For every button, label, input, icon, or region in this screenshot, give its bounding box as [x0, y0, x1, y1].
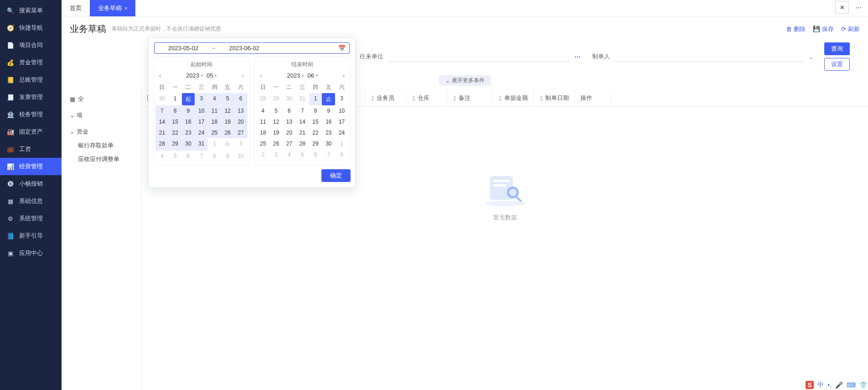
sidebar-item-3[interactable]: 💰资金管理	[0, 54, 62, 71]
next-month-icon[interactable]: ›	[240, 71, 245, 80]
sidebar-item-11[interactable]: ▦基础信息	[0, 192, 62, 210]
sidebar-item-7[interactable]: 🏭固定资产	[0, 123, 62, 140]
calendar-day[interactable]: 17	[335, 116, 348, 127]
calendar-day[interactable]: 22	[309, 127, 322, 138]
date-confirm-button[interactable]: 确定	[321, 169, 351, 182]
calendar-day[interactable]: 5	[296, 149, 309, 160]
calendar-day[interactable]: 4	[155, 151, 169, 161]
calendar-day[interactable]: 21	[296, 127, 309, 138]
calendar-day[interactable]: 15	[309, 116, 322, 127]
date-start-input[interactable]	[158, 45, 208, 52]
calendar-day[interactable]: 29	[169, 138, 182, 151]
calendar-day[interactable]: 10	[335, 105, 348, 116]
query-button[interactable]: 查询	[824, 42, 850, 55]
calendar-day[interactable]: 28	[296, 138, 309, 149]
sort-icon[interactable]: ▲▼	[371, 94, 375, 102]
calendar-day[interactable]: 30	[322, 138, 335, 149]
calendar-day[interactable]: 17	[195, 116, 208, 127]
calendar-day[interactable]: 20	[283, 127, 296, 138]
tab-home[interactable]: 首页	[62, 0, 90, 16]
calendar-day[interactable]: 19	[221, 116, 234, 127]
calendar-day[interactable]: 29	[309, 138, 322, 149]
calendar-day[interactable]: 25	[257, 138, 270, 149]
sort-icon[interactable]: ▲▼	[498, 94, 502, 102]
calendar-day[interactable]: 3	[195, 93, 208, 105]
calendar-day[interactable]: 止	[322, 93, 335, 105]
next-month-icon[interactable]: ›	[341, 71, 346, 80]
calendar-day[interactable]: 11	[208, 105, 221, 116]
calendar-day[interactable]: 6	[234, 93, 248, 105]
shirt-icon[interactable]: 👕	[859, 381, 867, 389]
refresh-button[interactable]: ⟳ 刷新	[841, 25, 860, 33]
calendar-day[interactable]: 8	[208, 151, 221, 161]
calendar-day[interactable]: 14	[155, 116, 169, 127]
calendar-day[interactable]: 8	[335, 149, 348, 160]
left-group-0[interactable]: ⌄ 项	[70, 111, 141, 120]
sort-icon[interactable]: ▲▼	[412, 94, 416, 102]
column-3[interactable]: ▲▼业务员	[365, 89, 406, 106]
sidebar-item-9[interactable]: 📊经营管理	[0, 158, 62, 175]
calendar-day[interactable]: 24	[335, 127, 348, 138]
keyboard-icon[interactable]: ⌨	[847, 381, 856, 389]
column-5[interactable]: ▲▼备注	[447, 89, 493, 106]
sidebar-item-5[interactable]: 🧾发票管理	[0, 88, 62, 106]
calendar-day[interactable]: 27	[283, 138, 296, 149]
left-all[interactable]: ▦ 全	[70, 95, 141, 103]
delete-button[interactable]: 🗑 删除	[786, 25, 806, 33]
sort-icon[interactable]: ▲▼	[539, 94, 543, 102]
ime-lang[interactable]: 中	[817, 381, 824, 389]
mic-icon[interactable]: 🎤	[835, 381, 843, 389]
calendar-day[interactable]: 10	[195, 105, 208, 116]
calendar-day[interactable]: 6	[309, 149, 322, 160]
calendar-day[interactable]: 26	[269, 138, 283, 149]
calendar-day[interactable]: 3	[234, 138, 248, 151]
partner-picker-icon[interactable]: ⋯	[574, 53, 581, 60]
save-button[interactable]: 💾 保存	[813, 25, 834, 33]
calendar-day[interactable]: 1	[309, 93, 322, 105]
calendar-day[interactable]: 10	[234, 151, 248, 161]
calendar-day[interactable]: 13	[283, 116, 296, 127]
calendar-day[interactable]: 4	[208, 93, 221, 105]
calendar-day[interactable]: 1	[169, 93, 182, 105]
calendar-day[interactable]: 27	[234, 127, 248, 138]
left-item-1-1[interactable]: 应收应付调整单	[70, 152, 141, 166]
calendar-day[interactable]: 16	[182, 116, 195, 127]
calendar-day[interactable]: 2	[257, 149, 270, 160]
settings-button[interactable]: 设置	[824, 58, 850, 71]
calendar-day[interactable]: 30	[155, 93, 169, 105]
month-select[interactable]: 05▾	[207, 72, 217, 79]
month-select[interactable]: 06▾	[307, 72, 317, 79]
partner-input[interactable]	[388, 51, 570, 62]
calendar-day[interactable]: 1	[208, 138, 221, 151]
column-7[interactable]: ▲▼制单日期	[534, 89, 575, 106]
left-group-1[interactable]: ⌄ 资金	[70, 128, 141, 136]
sidebar-item-1[interactable]: 🧭快捷导航	[0, 19, 62, 36]
calendar-day[interactable]: 19	[269, 127, 283, 138]
calendar-day[interactable]: 22	[169, 127, 182, 138]
sidebar-item-14[interactable]: ▣应用中心	[0, 244, 62, 262]
year-select[interactable]: 2023▾	[287, 72, 304, 79]
calendar-day[interactable]: 11	[257, 116, 270, 127]
column-8[interactable]: 操作	[575, 89, 611, 106]
window-menu-button[interactable]: ⋯	[852, 1, 865, 14]
calendar-day[interactable]: 13	[234, 105, 248, 116]
calendar-day[interactable]: 28	[155, 138, 169, 151]
column-6[interactable]: ▲▼单据金额	[493, 89, 534, 106]
calendar-day[interactable]: 8	[309, 105, 322, 116]
calendar-day[interactable]: 8	[169, 105, 182, 116]
calendar-day[interactable]: 5	[169, 151, 182, 161]
sidebar-item-0[interactable]: 🔍搜索菜单	[0, 2, 62, 19]
calendar-day[interactable]: 30	[182, 138, 195, 151]
calendar-day[interactable]: 26	[221, 127, 234, 138]
sidebar-item-10[interactable]: 🅖小畅报销	[0, 175, 62, 192]
sidebar-item-4[interactable]: 📒总账管理	[0, 71, 62, 88]
left-item-1-0[interactable]: 银行存取款单	[70, 139, 141, 152]
calendar-day[interactable]: 12	[269, 116, 283, 127]
column-4[interactable]: ▲▼仓库	[406, 89, 447, 106]
calendar-day[interactable]: 18	[208, 116, 221, 127]
calendar-day[interactable]: 7	[195, 151, 208, 161]
close-icon[interactable]: ×	[124, 5, 127, 11]
sidebar-item-6[interactable]: 🏦税务管理	[0, 106, 62, 123]
calendar-day[interactable]: 23	[182, 127, 195, 138]
calendar-day[interactable]: 1	[335, 138, 348, 149]
